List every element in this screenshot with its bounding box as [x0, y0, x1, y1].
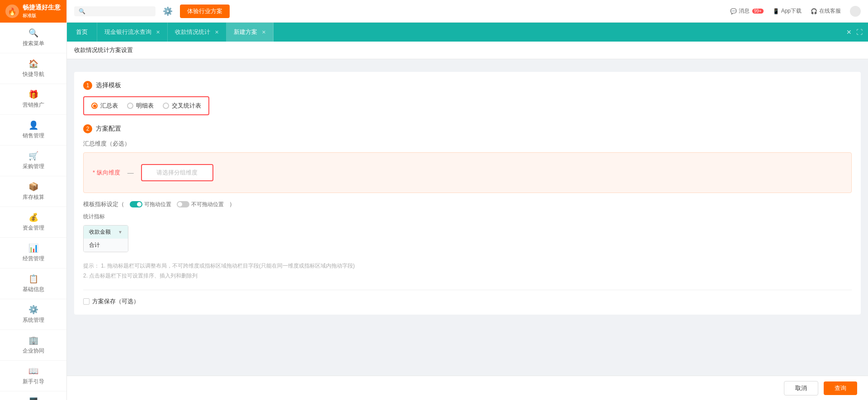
purchase-nav-icon: 🛒: [28, 151, 38, 161]
toggle-draggable[interactable]: 可拖动位置: [130, 201, 171, 208]
metrics-col-header-label: 收款金额: [89, 228, 111, 236]
toggle-active-pill: [130, 201, 142, 207]
radio-detail-label: 明细表: [136, 102, 154, 110]
messages-action[interactable]: 💬 消息 99+: [730, 7, 764, 15]
metrics-grid-wrapper: 统计指标 收款金额 ▼ 合计: [83, 213, 852, 252]
app-download-label: App下载: [781, 7, 802, 15]
template-selection-box: 汇总表 明细表 交叉统计表: [83, 96, 209, 115]
avatar-icon: [850, 6, 861, 17]
app-download-action[interactable]: 📱 App下载: [773, 7, 802, 15]
cancel-button[interactable]: 取消: [784, 381, 818, 395]
tab-close-icon[interactable]: ✕: [846, 28, 852, 36]
toggle-inactive-pill: [177, 201, 189, 207]
sidebar-item-system[interactable]: ⚙️ 系统管理: [0, 299, 66, 330]
message-badge: 99+: [752, 9, 764, 14]
sidebar-label-operations: 经营管理: [23, 255, 44, 263]
radio-cross-label: 交叉统计表: [172, 102, 201, 110]
radio-summary[interactable]: 汇总表: [91, 102, 118, 110]
search-nav-icon: 🔍: [28, 28, 38, 38]
hint-section: 提示： 1. 拖动标题栏可以调整布局，不可跨维度或指标区域拖动栏目字段(只能在同…: [83, 261, 852, 281]
sidebar-item-operations[interactable]: 📊 经营管理: [0, 238, 66, 268]
radio-cross[interactable]: 交叉统计表: [163, 102, 201, 110]
metrics-section-title: 模板指标设定（: [83, 200, 124, 208]
sidebar-label-inventory: 库存核算: [23, 193, 44, 201]
basicinfo-nav-icon: 📋: [28, 274, 38, 284]
sidebar-item-quicknav[interactable]: 🏠 快捷导航: [0, 53, 66, 84]
tab-cashflow[interactable]: 现金银行流水查询 ✕: [97, 23, 168, 42]
toggle-inactive-label: 不可拖动位置: [191, 201, 224, 208]
metrics-col-body: 合计: [84, 239, 128, 252]
search-icon: 🔍: [79, 8, 85, 14]
industry-solution-button[interactable]: 体验行业方案: [180, 5, 230, 18]
tab-new-plan[interactable]: 新建方案 ✕: [226, 23, 274, 42]
content-inner: 1 选择模板 汇总表 明细表: [67, 65, 868, 322]
radio-detail[interactable]: 明细表: [127, 102, 154, 110]
page-title: 收款情况统计方案设置: [74, 47, 133, 53]
metrics-category-label: 统计指标: [83, 213, 128, 221]
sidebar-item-purchase[interactable]: 🛒 采购管理: [0, 146, 66, 176]
collab-nav-icon: 🏢: [28, 335, 38, 345]
tab-new-plan-close[interactable]: ✕: [262, 29, 266, 35]
radio-summary-circle: [91, 103, 98, 109]
query-button[interactable]: 查询: [824, 381, 857, 395]
content-area: 1 选择模板 汇总表 明细表: [67, 65, 868, 376]
operations-nav-icon: 📊: [28, 243, 38, 253]
sidebar-item-basic-info[interactable]: 📋 基础信息: [0, 268, 66, 299]
hint-line-2: 2. 点击标题栏下拉可设置排序、插入列和删除列: [83, 271, 852, 281]
message-icon: 💬: [730, 8, 737, 14]
sidebar-item-search[interactable]: 🔍 搜索菜单: [0, 23, 66, 53]
sidebar-item-enterprise-collab[interactable]: 🏢 企业协同: [0, 330, 66, 361]
tab-new-plan-label: 新建方案: [234, 28, 257, 36]
sidebar-label-search: 搜索菜单: [23, 40, 44, 47]
dimension-subsection: 汇总维度（必选） * 纵向维度 — 请选择分组维度: [83, 140, 852, 193]
topbar-search-box[interactable]: 🔍: [74, 6, 156, 16]
sidebar-label-purchase: 采购管理: [23, 163, 44, 170]
save-checkbox[interactable]: [83, 298, 90, 305]
dimension-subsection-title: 汇总维度（必选）: [83, 140, 852, 148]
page-title-bar: 收款情况统计方案设置: [67, 42, 868, 59]
toggle-not-draggable[interactable]: 不可拖动位置: [177, 201, 224, 208]
logo-name: 畅捷通好生意: [23, 4, 61, 12]
step1-header: 1 选择模板: [83, 81, 852, 90]
sidebar-label-marketing: 营销推广: [23, 101, 44, 109]
sidebar-item-sales[interactable]: 👤 销售管理: [0, 115, 66, 146]
save-option: 方案保存（可选）: [83, 297, 852, 306]
dim-select-box[interactable]: 请选择分组维度: [141, 164, 213, 181]
settings-icon[interactable]: ⚙️: [163, 6, 173, 16]
save-option-label: 方案保存（可选）: [92, 297, 139, 306]
tab-payment-stats-close[interactable]: ✕: [215, 29, 219, 35]
sidebar-label-basic: 基础信息: [23, 286, 44, 293]
step1-number: 1: [83, 81, 92, 90]
dim-row-label: * 纵向维度: [93, 169, 120, 177]
radio-summary-label: 汇总表: [100, 102, 118, 110]
main-area: 🔍 ⚙️ 体验行业方案 💬 消息 99+ 📱 App下载 🎧 在线客服: [67, 0, 868, 400]
messages-label: 消息: [739, 7, 750, 15]
sidebar-item-finance[interactable]: 💰 资金管理: [0, 207, 66, 238]
main-card: 1 选择模板 汇总表 明细表: [74, 72, 861, 315]
tab-home[interactable]: 首页: [67, 23, 97, 42]
home-nav-icon: 🏠: [28, 59, 38, 69]
topbar-actions: 💬 消息 99+ 📱 App下载 🎧 在线客服: [730, 6, 861, 17]
metrics-section: 模板指标设定（ 可拖动位置 不可拖动位置 ）: [83, 200, 852, 252]
hardware-nav-icon: 🖥️: [28, 397, 38, 400]
tab-cashflow-close[interactable]: ✕: [156, 29, 160, 35]
inventory-nav-icon: 📦: [28, 182, 38, 192]
sidebar-item-hardware[interactable]: 🖥️ 智能硬件: [0, 391, 66, 400]
sidebar-label-sales: 销售管理: [23, 132, 44, 140]
tab-payment-stats[interactable]: 收款情况统计 ✕: [168, 23, 226, 42]
online-service-action[interactable]: 🎧 在线客服: [811, 7, 841, 15]
sidebar: 🔥 畅捷通好生意 标准版 🔍 搜索菜单 🏠 快捷导航 🎁 营销推广 👤 销售管理…: [0, 0, 67, 400]
step2-section: 2 方案配置 汇总维度（必选） * 纵向维度 — 请选择分组维度: [83, 124, 852, 281]
sidebar-item-inventory[interactable]: 📦 库存核算: [0, 176, 66, 207]
tab-home-label: 首页: [76, 28, 88, 36]
topbar: 🔍 ⚙️ 体验行业方案 💬 消息 99+ 📱 App下载 🎧 在线客服: [67, 0, 868, 23]
sidebar-item-beginner[interactable]: 📖 新手引导: [0, 361, 66, 391]
user-avatar[interactable]: [850, 6, 861, 17]
radio-detail-circle: [127, 103, 133, 109]
sidebar-item-marketing[interactable]: 🎁 营销推广: [0, 84, 66, 115]
dimension-row: * 纵向维度 — 请选择分组维度: [93, 164, 213, 181]
tab-expand-icon[interactable]: ⛶: [856, 28, 863, 36]
sales-nav-icon: 👤: [28, 120, 38, 130]
step1-section: 1 选择模板 汇总表 明细表: [83, 81, 852, 115]
metrics-col-header[interactable]: 收款金额 ▼: [84, 226, 128, 239]
